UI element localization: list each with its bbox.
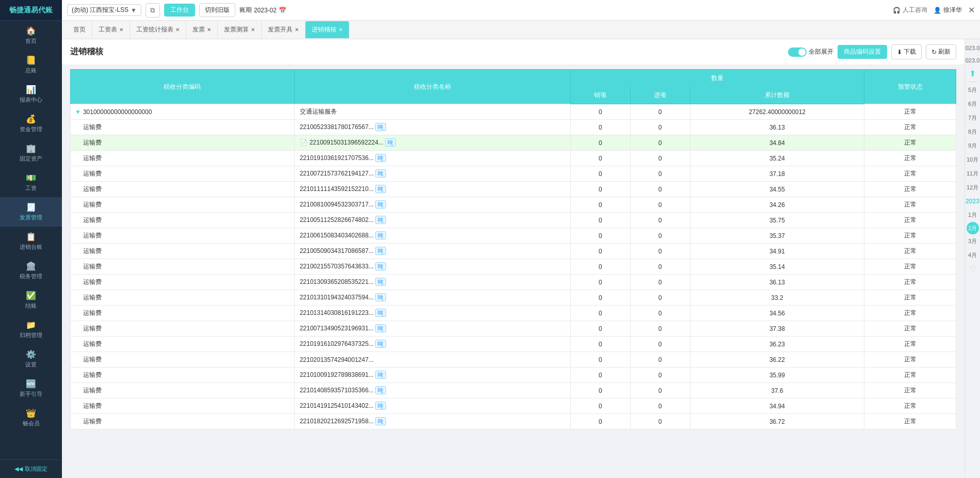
download-label: 下载 [904, 47, 916, 56]
table-row: 运输费 22100721573762194127... 吨 0 0 37.18 … [71, 166, 956, 182]
cell-cumulative: 37.18 [690, 166, 864, 182]
sidebar-item-tax[interactable]: 🏛️ 税务管理 [0, 256, 62, 285]
company-selector[interactable]: (勿动) 江西报宝-LSS ▼ [67, 4, 141, 16]
unit-tag: 吨 [375, 123, 386, 131]
cell-status: 正常 [864, 135, 956, 151]
sidebar-item-funds[interactable]: 💰 资金管理 [0, 109, 62, 138]
table-row: 运输费 22101408593571035366... 吨 0 0 37.6 正… [71, 383, 956, 399]
sidebar-label-invoice: 发票管理 [20, 214, 42, 221]
sidebar-label-ledger: 总账 [25, 67, 37, 74]
cell-cumulative: 34.55 [690, 182, 864, 197]
tab-salary-table[interactable]: 工资表 ✕ [92, 21, 130, 38]
sidebar-item-member[interactable]: 👑 畅会员 [0, 403, 62, 433]
tab-salary-stats-close[interactable]: ✕ [175, 27, 180, 33]
cell-cumulative: 37.6 [690, 383, 864, 399]
tab-jxhc-close[interactable]: ✕ [339, 27, 343, 33]
expand-icon[interactable]: ▼ [75, 108, 81, 116]
user-menu[interactable]: 👤 徐泽华 [934, 6, 962, 14]
cell-purchase: 0 [630, 275, 690, 290]
sidebar-item-salary[interactable]: 💵 工资 [0, 168, 62, 197]
expand-toggle[interactable]: 全部展开 [788, 47, 833, 57]
sidebar-item-ledger[interactable]: 📒 总账 [0, 50, 62, 79]
right-panel-year-2023-02-bot[interactable]: 2023.02 [965, 54, 980, 67]
tab-invoice-calc-close[interactable]: ✕ [251, 27, 255, 33]
unpin-button[interactable]: ◀◀ 取消固定 [0, 459, 62, 478]
cell-cumulative: 34.84 [690, 135, 864, 151]
settings-button[interactable]: 商品编码设置 [838, 45, 887, 59]
sidebar-label-member: 畅会员 [23, 420, 40, 427]
main-table: 税收分类编码 税收分类名称 数量 预警状态 销项 进项 累计数额 [70, 69, 956, 429]
switch-version-button[interactable]: 切到旧版 [199, 3, 235, 17]
cell-status: 正常 [864, 120, 956, 135]
copy-icon: ⧉ [150, 6, 155, 14]
panel-year-2023[interactable]: 2023 [965, 195, 980, 208]
table-row: 运输费 22101419125410143402... 吨 0 0 34.94 … [71, 399, 956, 414]
sidebar-item-archive[interactable]: 📁 归档管理 [0, 315, 62, 344]
calendar-icon[interactable]: 📅 [279, 7, 286, 14]
tab-home[interactable]: 首页 [67, 21, 92, 38]
tab-invoice-open-close[interactable]: ✕ [295, 27, 299, 33]
home-icon: 🏠 [26, 26, 36, 36]
sidebar-label-home: 首页 [25, 37, 37, 45]
sidebar-item-sales-ledger[interactable]: 📋 进销台账 [0, 227, 62, 256]
tab-salary-table-close[interactable]: ✕ [119, 27, 123, 33]
cell-purchase: 0 [630, 166, 690, 182]
cell-invoice-no: 22100721573762194127... 吨 [294, 166, 570, 182]
tab-invoice[interactable]: 发票 ✕ [186, 21, 218, 38]
refresh-button[interactable]: ↻ 刷新 [926, 44, 956, 59]
cell-purchase: 0 [630, 135, 690, 151]
cell-purchase: 0 [630, 352, 690, 368]
cell-purchase: 0 [630, 197, 690, 213]
unit-tag: 吨 [375, 169, 386, 178]
copy-button[interactable]: ⧉ [146, 3, 160, 18]
tab-invoice-calc[interactable]: 发票测算 ✕ [218, 21, 262, 38]
panel-month-8[interactable]: 8月 [967, 125, 978, 139]
cell-purchase: 0 [630, 414, 690, 429]
sidebar-item-home[interactable]: 🏠 首页 [0, 21, 62, 50]
toggle-switch[interactable] [788, 47, 807, 57]
cell-status: 正常 [864, 290, 956, 306]
panel-month-9[interactable]: 9月 [967, 139, 978, 153]
right-panel-year-2023-02-top[interactable]: 2023.02 [965, 42, 980, 54]
panel-month-10[interactable]: 10月 [966, 153, 979, 167]
tab-home-label: 首页 [73, 25, 86, 34]
sidebar-item-report[interactable]: 📊 报表中心 [0, 79, 62, 109]
guide-icon: 🆕 [26, 379, 36, 389]
main-area: (勿动) 江西报宝-LSS ▼ ⧉ 工作台 切到旧版 账期 2023-02 📅 … [62, 0, 980, 478]
panel-month-11[interactable]: 11月 [966, 167, 979, 181]
panel-month-5[interactable]: 5月 [967, 83, 978, 97]
tab-jxhc[interactable]: 进销稽核 ✕ [306, 21, 349, 38]
table-row: 运输费 22100810094532303717... 吨 0 0 34.26 … [71, 197, 956, 213]
panel-month-6[interactable]: 6月 [967, 97, 978, 111]
cell-purchase: 0 [630, 120, 690, 135]
cell-name: 运输费 [71, 213, 295, 228]
panel-month-2-current[interactable]: 2月 [967, 222, 979, 234]
sidebar-item-invoice[interactable]: 🧾 发票管理 [0, 197, 62, 227]
cell-purchase: 0 [630, 306, 690, 321]
sidebar-item-guide[interactable]: 🆕 新手引导 [0, 374, 62, 403]
scroll-up-icon[interactable]: ⬆ [967, 67, 978, 81]
cell-sales: 0 [570, 259, 630, 275]
cell-name: 运输费 [71, 135, 295, 151]
table-row: 运输费 22100615083403402688... 吨 0 0 35.37 … [71, 228, 956, 244]
panel-month-12[interactable]: 12月 [966, 181, 979, 195]
tab-salary-stats[interactable]: 工资统计报表 ✕ [130, 21, 186, 38]
tab-invoice-close[interactable]: ✕ [207, 27, 211, 33]
close-button[interactable]: ✕ [968, 5, 975, 15]
sidebar-item-settings[interactable]: ⚙️ 设置 [0, 344, 62, 374]
panel-month-4[interactable]: 4月 [967, 248, 978, 262]
table-row: 运输费 22101314030816191223... 吨 0 0 34.56 … [71, 306, 956, 321]
support-button[interactable]: 🎧 人工咨询 [893, 6, 927, 14]
sidebar-label-report: 报表中心 [20, 96, 42, 104]
unit-tag: 吨 [375, 278, 386, 286]
tab-invoice-open[interactable]: 发票开具 ✕ [262, 21, 306, 38]
sidebar-item-fixed-assets[interactable]: 🏢 固定资产 [0, 138, 62, 168]
workbench-button[interactable]: 工作台 [164, 4, 195, 17]
cell-sales: 0 [570, 275, 630, 290]
panel-month-1[interactable]: 1月 [967, 208, 978, 222]
sidebar-item-checkout[interactable]: ✅ 结账 [0, 285, 62, 315]
heart-icon[interactable]: ♡ [969, 264, 976, 274]
panel-month-3[interactable]: 3月 [967, 234, 978, 248]
download-button[interactable]: ⬇ 下载 [891, 44, 922, 59]
panel-month-7[interactable]: 7月 [967, 111, 978, 125]
